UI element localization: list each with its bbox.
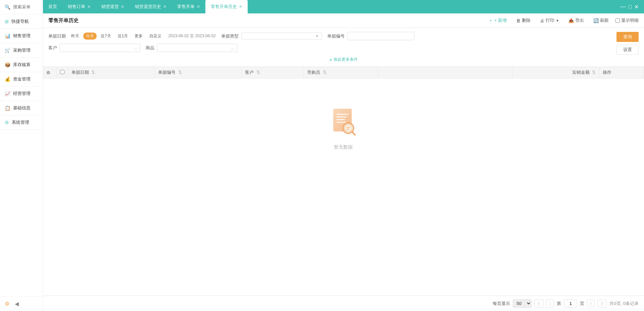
settings-bottom-icon[interactable]: ⚙ bbox=[5, 301, 9, 307]
empty-row: 暂无数据 bbox=[43, 79, 644, 177]
svg-point-6 bbox=[345, 125, 352, 132]
th-checkbox[interactable] bbox=[56, 67, 68, 79]
doctype-dropdown-icon: ▼ bbox=[315, 34, 319, 38]
docno-input[interactable] bbox=[347, 32, 414, 40]
print-icon: 🖨 bbox=[540, 18, 544, 23]
customer-input[interactable]: ... bbox=[60, 44, 140, 52]
sidebar-item-sales-mgmt[interactable]: 📊 销售管理 bbox=[0, 29, 43, 43]
tab-sales-order-close[interactable]: ✕ bbox=[87, 4, 91, 9]
th-salesperson-label: 导购员 bbox=[307, 70, 320, 75]
date-btn-7days[interactable]: 近7天 bbox=[98, 33, 114, 40]
query-button[interactable]: 查询 bbox=[616, 32, 639, 42]
sidebar-item-label: 销售管理 bbox=[13, 33, 31, 39]
filter-goods-item: 商品 ... bbox=[146, 44, 238, 52]
th-date[interactable]: 单据日期 ⇅ bbox=[68, 67, 155, 79]
collapse-up-icon: ∧ bbox=[329, 57, 332, 62]
goods-input[interactable]: ... bbox=[157, 44, 238, 52]
sidebar-item-operations[interactable]: 📈 经营管理 bbox=[0, 87, 43, 101]
date-btn-today[interactable]: 今天 bbox=[83, 33, 97, 40]
add-button[interactable]: ＋ + 新增 bbox=[486, 16, 509, 25]
setting-button[interactable]: 设置 bbox=[616, 45, 639, 55]
svg-rect-9 bbox=[346, 129, 349, 129]
date-btn-custom[interactable]: 自定义 bbox=[147, 33, 164, 40]
doctype-select[interactable]: ▼ bbox=[241, 33, 322, 40]
th-no[interactable]: 单据编号 ⇅ bbox=[155, 67, 242, 79]
delete-button[interactable]: 🗑 删除 bbox=[513, 16, 533, 25]
filter-docno-item: 单据编号 bbox=[327, 32, 414, 40]
print-button[interactable]: 🖨 打印 ▼ bbox=[537, 16, 562, 25]
tab-sales-order[interactable]: 销售订单 ✕ bbox=[62, 0, 96, 13]
customer-dots[interactable]: ... bbox=[134, 45, 137, 50]
prev-page-btn[interactable]: ⟨ bbox=[546, 300, 554, 307]
sidebar-item-sys-mgmt[interactable]: ⚙ 系统管理 bbox=[0, 115, 43, 130]
per-page-select[interactable]: 50 20 100 bbox=[513, 299, 532, 308]
sidebar-item-purchase-mgmt[interactable]: 🛒 采购管理 bbox=[0, 43, 43, 58]
table-header-row: ⚙ 单据日期 ⇅ 单据编号 ⇅ 客户 ⇅ bbox=[43, 67, 644, 79]
tab-sales-order-label: 销售订单 bbox=[68, 4, 85, 10]
base-info-icon: 📋 bbox=[5, 105, 10, 111]
main-area: 首页 销售订单 ✕ 销货退货 ✕ 销货退货历史 ✕ 零售开单 ✕ 零售开单历史 … bbox=[43, 0, 644, 311]
add-label: + 新增 bbox=[494, 17, 507, 23]
next-page-btn[interactable]: ⟩ bbox=[587, 300, 595, 307]
tab-sales-return-history-label: 销货退货历史 bbox=[135, 4, 161, 10]
sidebar-item-quick-nav[interactable]: ⊞ 快捷导航 bbox=[0, 14, 43, 29]
goods-dots[interactable]: ... bbox=[231, 45, 235, 50]
filter-doctype-item: 单据类型 ▼ bbox=[221, 33, 322, 40]
th-salesperson[interactable]: 导购员 ⇅ bbox=[304, 67, 378, 79]
collapse-bar[interactable]: ∧ 收起更多条件 bbox=[48, 55, 639, 64]
sidebar-item-base-info[interactable]: 📋 基础信息 bbox=[0, 101, 43, 115]
minimize-btn[interactable]: — bbox=[620, 4, 626, 10]
display-detail-label: 显示明细 bbox=[621, 17, 639, 23]
collapse-label: 收起更多条件 bbox=[334, 57, 358, 62]
sidebar-item-label: 系统管理 bbox=[12, 119, 29, 125]
data-table: ⚙ 单据日期 ⇅ 单据编号 ⇅ 客户 ⇅ bbox=[43, 67, 644, 177]
per-page-label: 每页显示 bbox=[493, 301, 510, 307]
pagination: 每页显示 50 20 100 ⟨⟨ ⟨ 第 页 ⟩ ⟩⟩ 共0页, 0条记录 bbox=[43, 296, 644, 311]
settings-icon[interactable]: ⚙ bbox=[46, 70, 50, 75]
delete-label: 删除 bbox=[522, 17, 531, 23]
sidebar-item-finance[interactable]: 💰 资金管理 bbox=[0, 72, 43, 87]
date-btn-yesterday[interactable]: 昨天 bbox=[68, 33, 82, 40]
date-btn-more[interactable]: 更多 bbox=[132, 33, 145, 40]
tab-retail-open-history-close[interactable]: ✕ bbox=[239, 4, 242, 9]
export-button[interactable]: 📤 导出 bbox=[566, 16, 587, 25]
th-customer[interactable]: 客户 ⇅ bbox=[242, 67, 304, 79]
date-btns: 昨天 今天 近7天 近1月 更多 自定义 bbox=[68, 33, 164, 40]
table-body: 暂无数据 bbox=[43, 79, 644, 177]
sidebar-item-label: 经营管理 bbox=[13, 91, 31, 97]
svg-rect-4 bbox=[337, 122, 346, 123]
tab-sales-return[interactable]: 销货退货 ✕ bbox=[96, 0, 130, 13]
select-all-checkbox[interactable] bbox=[60, 70, 64, 74]
tab-home[interactable]: 首页 bbox=[43, 0, 62, 13]
page-number-input[interactable] bbox=[564, 300, 577, 307]
maximize-btn[interactable]: □ bbox=[628, 4, 632, 10]
collapse-sidebar-icon[interactable]: ◀ bbox=[15, 301, 19, 307]
print-label: 打印 bbox=[546, 17, 554, 23]
page-suffix-label: 页 bbox=[580, 301, 584, 307]
print-dropdown-icon: ▼ bbox=[556, 19, 559, 22]
th-settings[interactable]: ⚙ bbox=[43, 67, 56, 79]
display-detail-checkbox[interactable] bbox=[615, 18, 620, 23]
tab-sales-return-history[interactable]: 销货退货历史 ✕ bbox=[130, 0, 172, 13]
th-amount[interactable]: 实销金额 ⇅ bbox=[512, 67, 599, 79]
sidebar-search[interactable]: 🔍 搜索采单 bbox=[0, 0, 43, 14]
first-page-btn[interactable]: ⟨⟨ bbox=[534, 300, 544, 307]
close-btn-window[interactable]: ✕ bbox=[634, 4, 639, 10]
tab-retail-open[interactable]: 零售开单 ✕ bbox=[172, 0, 205, 13]
sidebar-item-label: 采购管理 bbox=[13, 47, 31, 53]
salesperson-sort-icon: ⇅ bbox=[323, 70, 327, 75]
filter-left: 单据日期 昨天 今天 近7天 近1月 更多 自定义 2023-06-02 至 2… bbox=[48, 32, 611, 55]
operations-icon: 📈 bbox=[5, 91, 10, 96]
tab-sales-return-history-close[interactable]: ✕ bbox=[163, 4, 166, 9]
tab-retail-open-history[interactable]: 零售开单历史 ✕ bbox=[205, 0, 248, 13]
page-title: 零售开单历史 bbox=[48, 17, 486, 24]
tab-sales-return-close[interactable]: ✕ bbox=[121, 4, 124, 9]
tab-retail-open-close[interactable]: ✕ bbox=[197, 4, 200, 9]
last-page-btn[interactable]: ⟩⟩ bbox=[597, 300, 607, 307]
filter-area: 单据日期 昨天 今天 近7天 近1月 更多 自定义 2023-06-02 至 2… bbox=[43, 28, 644, 67]
display-detail-button[interactable]: 显示明细 bbox=[615, 17, 639, 23]
date-btn-1month[interactable]: 近1月 bbox=[115, 33, 131, 40]
refresh-button[interactable]: 🔄 刷新 bbox=[591, 16, 611, 25]
th-action-label: 操作 bbox=[603, 70, 611, 75]
sidebar-item-inventory[interactable]: 📦 库存核算 bbox=[0, 58, 43, 72]
